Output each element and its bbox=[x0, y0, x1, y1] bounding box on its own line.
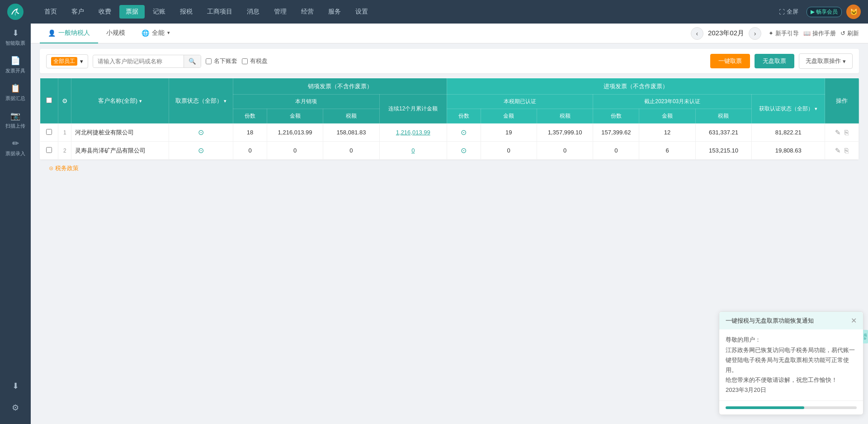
th-amount3: 金额 bbox=[639, 109, 695, 124]
taxdisk-checkbox[interactable] bbox=[242, 58, 248, 64]
search-btn[interactable]: 🔍 bbox=[184, 55, 201, 67]
sidebar-item-invoice-summary[interactable]: 📋 票据汇总 bbox=[0, 79, 31, 106]
table-row: 1 河北柯捷桩业有限公司 ⊙ 18 1,216,013.99 158,081.8… bbox=[40, 124, 859, 142]
user-avatar[interactable]: 🐱 bbox=[846, 5, 861, 19]
tab-general[interactable]: 👤 一般纳税人 bbox=[40, 24, 98, 43]
notif-line3: 键登陆电子税务局与无盘取票相关功能可正常使 bbox=[726, 355, 857, 365]
nav-service[interactable]: 服务 bbox=[322, 5, 347, 19]
tab-row: 👤 一般纳税人 小规模 🌐 全能 ▾ ‹ 2023年02月 › ✦ 新手引导 bbox=[31, 24, 868, 43]
nav-revenue[interactable]: 收费 bbox=[92, 5, 118, 19]
filter-icon[interactable]: ▾ bbox=[139, 98, 142, 104]
notification-header: 一键报税与无盘取票功能恢复通知 ✕ bbox=[719, 312, 863, 329]
named-account-checkbox[interactable] bbox=[206, 58, 212, 64]
next-period-btn[interactable]: › bbox=[749, 27, 761, 40]
edit-icon[interactable]: ✎ bbox=[835, 129, 841, 137]
th-tax2: 税额 bbox=[537, 109, 593, 124]
nav-tax[interactable]: 报税 bbox=[174, 5, 199, 19]
nav-client[interactable]: 客户 bbox=[65, 5, 90, 19]
tab-right: ‹ 2023年02月 › ✦ 新手引导 📖 操作手册 ↺ 刷新 bbox=[691, 27, 859, 40]
nav-business[interactable]: 工商项目 bbox=[201, 5, 239, 19]
select-all-checkbox[interactable] bbox=[46, 97, 52, 103]
th-retrieve-status: 取票状态（全部） ▾ bbox=[169, 78, 233, 124]
sidebar-item-invoice-open[interactable]: 📄 发票开具 bbox=[0, 51, 31, 79]
row-amount3: 153,215.10 bbox=[695, 142, 751, 160]
th-settings-col: ⚙ bbox=[58, 78, 71, 124]
copy-icon[interactable]: ⎘ bbox=[844, 129, 849, 136]
th-sales-group: 销项发票（不含作废票） bbox=[233, 78, 447, 95]
filter-bar: 全部员工 ▾ 🔍 名下账套 有税盘 一键取票 无盘取票 无盘取票操作 ▾ bbox=[40, 49, 859, 73]
manual-btn[interactable]: 📖 操作手册 bbox=[803, 29, 836, 38]
entry-icon: ✏ bbox=[12, 138, 19, 148]
notif-date: 2023年3月20日 bbox=[726, 385, 857, 395]
sidebar-item-data-entry[interactable]: ✏ 票据录入 bbox=[0, 134, 31, 162]
row-retrieve-status: ⊙ bbox=[169, 124, 233, 142]
sidebar-item-scan-upload[interactable]: 📷 扫描上传 bbox=[0, 106, 31, 134]
filter-icon3[interactable]: ▾ bbox=[815, 106, 817, 111]
content-area: 全部员工 ▾ 🔍 名下账套 有税盘 一键取票 无盘取票 无盘取票操作 ▾ bbox=[31, 43, 868, 182]
notification-close-btn[interactable]: ✕ bbox=[851, 316, 857, 325]
checkbox-has-taxdisk[interactable]: 有税盘 bbox=[242, 57, 268, 65]
sidebar-settings-btn[interactable]: ⚙ bbox=[6, 399, 24, 417]
invoice-table: ⚙ 客户名称(全部) ▾ 取票状态（全部） ▾ 销项发票（不含作废票） 进项发票… bbox=[40, 78, 859, 160]
nav-home[interactable]: 首页 bbox=[38, 5, 63, 19]
row-certify-status: ⊙ bbox=[447, 142, 481, 160]
th-month-sales: 本月销项 bbox=[233, 95, 379, 109]
row-12m-amount[interactable]: 0 bbox=[379, 142, 447, 160]
notification-body[interactable]: 尊敬的用户： 江苏政务网已恢复访问电子税务局功能，易代账一 键登陆电子税务局与无… bbox=[719, 329, 863, 400]
th-shares2: 份数 bbox=[447, 109, 481, 124]
row-checkbox[interactable] bbox=[46, 147, 52, 153]
employee-select[interactable]: 全部员工 ▾ bbox=[46, 54, 88, 68]
row-12m-amount[interactable]: 1,216,013.99 bbox=[379, 124, 447, 142]
row-amount2: 0 bbox=[537, 142, 593, 160]
nav-operation[interactable]: 经营 bbox=[295, 5, 320, 19]
edit-icon[interactable]: ✎ bbox=[835, 147, 841, 155]
topnav-right: ⛶ 全屏 ▶ 畅享会员 🐱 bbox=[775, 5, 861, 19]
nav-bookkeeping[interactable]: 记账 bbox=[146, 5, 172, 19]
row-checkbox[interactable] bbox=[46, 129, 52, 135]
tab-small[interactable]: 小规模 bbox=[98, 24, 133, 43]
sidebar-item-smart-retrieve[interactable]: ⬇ 智能取票 bbox=[0, 24, 31, 51]
row-amount3: 631,337.21 bbox=[695, 124, 751, 142]
row-tax: 0 bbox=[323, 142, 379, 160]
tax-policy-link[interactable]: ⊙ 税务政策 bbox=[49, 164, 79, 172]
nav-message[interactable]: 消息 bbox=[241, 5, 266, 19]
row-tax3: 19,808.63 bbox=[752, 142, 825, 160]
no-disk-ops-btn[interactable]: 无盘取票操作 ▾ bbox=[799, 53, 853, 69]
all-icon: 🌐 bbox=[142, 29, 149, 37]
row-shares2: 19 bbox=[481, 124, 537, 142]
th-tax3: 税额 bbox=[695, 109, 751, 124]
row-amount: 1,216,013.99 bbox=[267, 124, 323, 142]
new-guide-btn[interactable]: ✦ 新手引导 bbox=[769, 29, 799, 38]
sidebar-logo[interactable] bbox=[0, 0, 31, 24]
fullscreen-btn[interactable]: ⛶ 全屏 bbox=[775, 6, 802, 18]
refresh-btn[interactable]: ↺ 刷新 bbox=[840, 29, 859, 38]
th-certified: 本税期已认证 bbox=[447, 95, 593, 109]
th-amount: 金额 bbox=[267, 109, 323, 124]
prev-period-btn[interactable]: ‹ bbox=[691, 27, 703, 40]
guide-icon: ✦ bbox=[769, 30, 774, 37]
period-nav: ‹ 2023年02月 › bbox=[691, 27, 761, 40]
nav-manage[interactable]: 管理 bbox=[268, 5, 293, 19]
tab-all[interactable]: 🌐 全能 ▾ bbox=[133, 24, 178, 43]
download-icon: ⬇ bbox=[12, 28, 19, 38]
checkbox-named-account[interactable]: 名下账套 bbox=[206, 57, 237, 65]
vip-badge[interactable]: ▶ 畅享会员 bbox=[807, 7, 842, 17]
filter-icon2[interactable]: ▾ bbox=[224, 98, 226, 104]
copy-icon[interactable]: ⎘ bbox=[844, 147, 849, 154]
th-amount2: 金额 bbox=[481, 109, 537, 124]
th-customer: 客户名称(全部) ▾ bbox=[71, 78, 169, 124]
settings-icon[interactable]: ⚙ bbox=[62, 97, 68, 105]
no-disk-retrieve-btn[interactable]: 无盘取票 bbox=[755, 54, 794, 68]
sidebar-download-btn[interactable]: ⬇ bbox=[6, 377, 24, 395]
search-input[interactable] bbox=[93, 56, 184, 67]
nav-settings[interactable]: 设置 bbox=[349, 5, 374, 19]
row-checkbox-cell[interactable] bbox=[40, 124, 58, 142]
chevron-down-icon: ▾ bbox=[167, 30, 170, 36]
summary-icon: 📋 bbox=[10, 83, 20, 93]
book-icon: 📖 bbox=[803, 30, 811, 37]
row-checkbox-cell[interactable] bbox=[40, 142, 58, 160]
notification-wing[interactable]: tEa bbox=[863, 330, 868, 343]
period-label: 2023年02月 bbox=[708, 29, 744, 38]
one-key-retrieve-btn[interactable]: 一键取票 bbox=[710, 54, 750, 68]
nav-invoice[interactable]: 票据 bbox=[119, 5, 145, 19]
